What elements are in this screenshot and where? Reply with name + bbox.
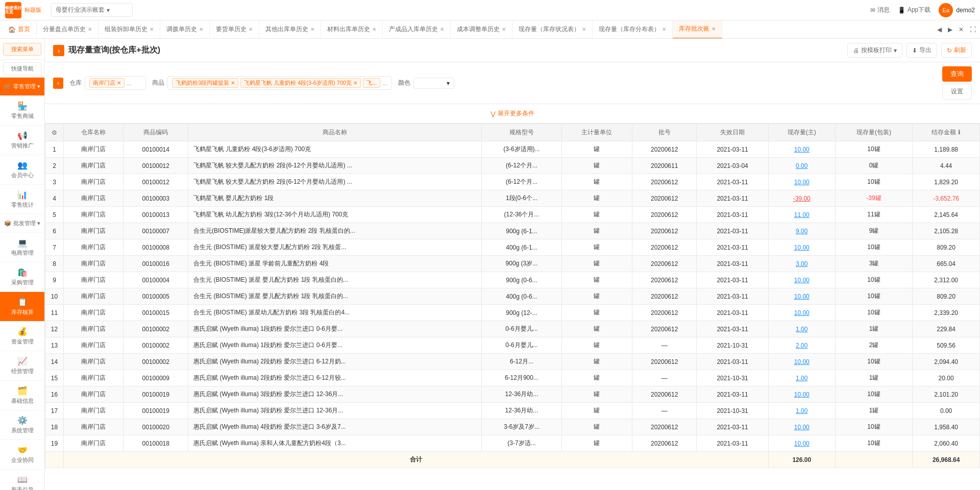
sidebar-item-guide[interactable]: 📖 新手引导 [0, 470, 44, 490]
warehouse-filter-more[interactable]: ... [127, 80, 132, 87]
print-button[interactable]: 🖨 按模板打印 ▾ [847, 43, 902, 58]
cell-qty-main[interactable]: 2.00 [768, 337, 835, 354]
wholesale-icon: 📦 [4, 220, 11, 227]
sidebar-item-finance[interactable]: 💰 资金管理 [0, 322, 44, 351]
tab-inventory-status[interactable]: 现存量（库存状况表） ✕ [512, 20, 593, 39]
filter-expand-button[interactable]: › [53, 78, 63, 89]
tab-fullscreen-button[interactable]: ⛶ [968, 25, 978, 34]
product-tag-1-remove[interactable]: ✕ [231, 80, 235, 86]
sidebar-item-enterprise-label: 企业协同 [11, 456, 34, 464]
cell-qty-main[interactable]: 1.00 [768, 321, 835, 337]
col-settings[interactable]: ⚙ [45, 124, 64, 141]
product-tag-2-remove[interactable]: ✕ [353, 80, 357, 86]
sidebar-item-system-label: 系统管理 [11, 427, 34, 434]
cell-qty-pkg: 11罐 [835, 207, 912, 223]
tab-fenban[interactable]: 分量盘点单历史 ✕ [37, 20, 99, 39]
tab-prod-in-close[interactable]: ✕ [440, 27, 444, 32]
cell-qty-main[interactable]: 10.00 [768, 354, 835, 370]
cell-qty-main[interactable]: 1.00 [768, 370, 835, 386]
tab-fenban-close[interactable]: ✕ [88, 27, 92, 32]
product-filter-input[interactable]: 飞鹤奶粉3段丙罐提装 ✕ 飞鹤星飞帆 儿童奶粉 4段(3-6岁适用) 700克 … [167, 76, 392, 90]
cell-qty-main[interactable]: 0.00 [768, 158, 835, 174]
warehouse-filter-input[interactable]: 南岸门店 ✕ ... [85, 76, 146, 90]
tab-other-out[interactable]: 其他出库单历史 ✕ [259, 20, 321, 39]
sidebar-nav-section: 快捷导航 [0, 60, 44, 78]
message-icon: ✉ [870, 7, 875, 14]
cell-qty-main[interactable]: 9.00 [768, 223, 835, 239]
tab-next-button[interactable]: ▶ [946, 25, 954, 34]
sidebar-item-marketing[interactable]: 📢 营销推广 [0, 126, 44, 155]
sidebar-item-operations[interactable]: 📈 经营管理 [0, 351, 44, 381]
tab-close-button[interactable]: ✕ [957, 25, 966, 34]
cell-balance: 809.20 [913, 239, 980, 256]
warehouse-tag-remove[interactable]: ✕ [117, 80, 121, 86]
tab-mat-out[interactable]: 材料出库单历史 ✕ [321, 20, 383, 39]
logo-text: 标题版 [24, 7, 41, 13]
tab-other-out-close[interactable]: ✕ [310, 27, 314, 32]
app-download-button[interactable]: 📱 App下载 [898, 6, 930, 14]
tab-home-label: 首页 [18, 25, 30, 34]
sidebar-item-inventory[interactable]: 📋 库存核算 [0, 292, 44, 322]
quick-nav-button[interactable]: 快捷导航 [3, 62, 41, 75]
tab-zuchai[interactable]: 组装拆卸单历史 ✕ [99, 20, 160, 39]
tab-inventory-dist-close[interactable]: ✕ [662, 27, 666, 32]
cell-qty-main[interactable]: 10.00 [768, 239, 835, 256]
cell-qty-main[interactable]: -39.00 [768, 190, 835, 207]
sidebar-item-retail-stats[interactable]: 📊 零售统计 [0, 185, 44, 214]
tab-batch-voucher-close[interactable]: ✕ [712, 26, 716, 32]
cell-qty-main[interactable]: 10.00 [768, 386, 835, 403]
tab-diaobo[interactable]: 调拨单历史 ✕ [160, 20, 210, 39]
cell-qty-main[interactable]: 10.00 [768, 305, 835, 321]
cell-product-name: 惠氏启赋 (Wyeth illuma) 3段奶粉 爱尔兰进口 12-36月... [188, 386, 482, 403]
tab-yaohuo-close[interactable]: ✕ [249, 27, 253, 32]
setting-button[interactable]: 设置 [942, 84, 972, 100]
sidebar-item-retail-mall[interactable]: 🏪 零售商城 [0, 96, 44, 126]
tab-mat-out-close[interactable]: ✕ [372, 27, 376, 32]
sidebar-item-retail[interactable]: 🛒 零售管理 ▾ [0, 78, 44, 96]
user-profile[interactable]: Ea demo2 [939, 3, 975, 17]
color-filter-input[interactable]: ▾ [413, 78, 454, 89]
tab-yaohuo[interactable]: 要货单历史 ✕ [210, 20, 259, 39]
tab-inventory-dist[interactable]: 现存量（库存分布表） ✕ [593, 20, 673, 39]
tab-prod-in[interactable]: 产成品入库单历史 ✕ [383, 20, 451, 39]
cell-balance: 809.20 [913, 288, 980, 305]
expand-more-button[interactable]: ⋁ 展开更多条件 [45, 106, 980, 121]
sidebar-item-wholesale[interactable]: 📦 批发管理 ▾ [0, 214, 44, 233]
product-filter-more[interactable]: ... [382, 80, 387, 87]
sidebar-item-enterprise[interactable]: 🤝 企业协同 [0, 440, 44, 470]
tab-cost-adj-close[interactable]: ✕ [502, 27, 506, 32]
sidebar-item-ecommerce[interactable]: 💻 电商管理 [0, 233, 44, 262]
cell-warehouse: 南岸门店 [64, 190, 124, 207]
sidebar-toggle-button[interactable]: › [53, 45, 64, 56]
cell-qty-pkg: 1罐 [835, 403, 912, 419]
message-button[interactable]: ✉ 消息 [870, 6, 890, 14]
cell-qty-main[interactable]: 1.00 [768, 403, 835, 419]
export-button[interactable]: ⬇ 导出 [906, 43, 937, 58]
cell-qty-main[interactable]: 10.00 [768, 141, 835, 158]
cell-qty-main[interactable]: 3.00 [768, 256, 835, 272]
sidebar-item-member[interactable]: 👥 会员中心 [0, 155, 44, 185]
search-menu-button[interactable]: 搜索菜单 [3, 43, 41, 56]
sidebar-item-purchase[interactable]: 🛍️ 采购管理 [0, 262, 44, 292]
cell-qty-main[interactable]: 10.00 [768, 272, 835, 288]
tab-diaobo-close[interactable]: ✕ [199, 27, 203, 32]
refresh-button[interactable]: ↻ 刷新 [941, 43, 972, 58]
tab-cost-adj[interactable]: 成本调整单历史 ✕ [451, 20, 512, 39]
sidebar-item-basic[interactable]: 🗂️ 基础信息 [0, 381, 44, 410]
cell-warehouse: 南岸门店 [64, 321, 124, 337]
cell-qty-main[interactable]: 11.00 [768, 207, 835, 223]
cell-qty-main[interactable]: 10.00 [768, 419, 835, 435]
tab-prev-button[interactable]: ◀ [935, 25, 944, 34]
tab-batch-voucher[interactable]: 库存批次账 ✕ [673, 20, 722, 39]
tab-zuchai-close[interactable]: ✕ [150, 27, 154, 32]
query-button[interactable]: 查询 [942, 66, 972, 82]
cell-product-name: 合生元 (BIOSTIME) 派星幼儿配方奶粉 3段 乳核蛋白的4... [188, 305, 482, 321]
tab-home[interactable]: 🏠 首页 [2, 20, 37, 39]
industry-select[interactable]: 母婴行业演示账套 ▾ [51, 3, 133, 17]
system-icon: ⚙️ [17, 415, 28, 425]
tab-inventory-status-close[interactable]: ✕ [582, 27, 586, 32]
sidebar-item-system[interactable]: ⚙️ 系统管理 [0, 410, 44, 440]
cell-qty-main[interactable]: 10.00 [768, 288, 835, 305]
cell-qty-main[interactable]: 10.00 [768, 174, 835, 190]
cell-qty-main[interactable]: 10.00 [768, 435, 835, 452]
